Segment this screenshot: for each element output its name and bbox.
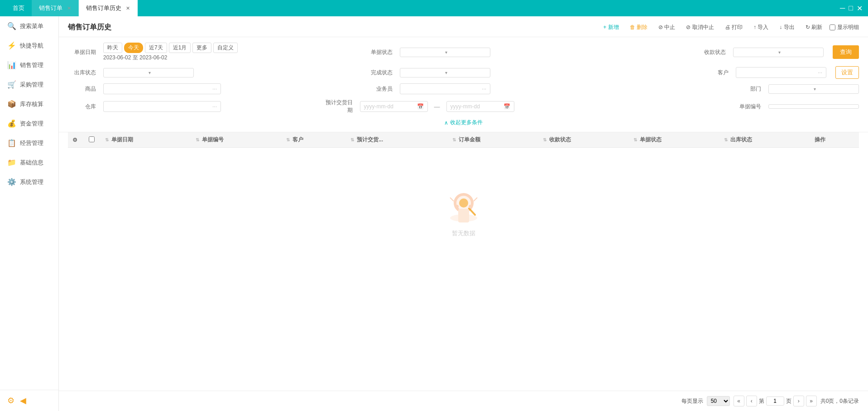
print-button[interactable]: 🖨 打印 — [721, 22, 746, 33]
query-button[interactable]: 查询 — [833, 45, 859, 59]
chevron-up-icon: ∧ — [444, 120, 448, 126]
tab-sales-order-history-label: 销售订单历史 — [86, 4, 121, 12]
receipt-status-select[interactable]: ▾ — [733, 48, 824, 57]
tab-sales-order-history[interactable]: 销售订单历史 ✕ — [79, 0, 138, 16]
date-btn-7days[interactable]: 近7天 — [145, 43, 167, 53]
display-detail-checkbox[interactable] — [830, 24, 835, 30]
empty-state: 暂无数据 — [68, 148, 859, 274]
window-max-icon[interactable]: □ — [849, 4, 853, 12]
delivery-status-arrow-icon: ▾ — [149, 70, 190, 75]
quick-nav-icon: ⚡ — [7, 41, 16, 50]
th-receipt-status[interactable]: ⇅ 收款状态 — [538, 132, 629, 148]
stop-button[interactable]: ⊘ 中止 — [655, 22, 679, 33]
last-page-button[interactable]: » — [806, 396, 817, 406]
th-delivery-status[interactable]: ⇅ 出库状态 — [719, 132, 810, 148]
sort-icon-customer: ⇅ — [286, 137, 290, 142]
sidebar-item-ops-mgmt[interactable]: 📋 经营管理 — [0, 133, 58, 153]
voucher-number-label: 单据编号 — [733, 103, 765, 111]
th-voucher-date[interactable]: ⇅ 单据日期 — [101, 132, 191, 148]
date-btn-custom[interactable]: 自定义 — [213, 43, 238, 53]
salesperson-input[interactable]: ··· — [400, 83, 490, 94]
date-range-btns: 昨天 今天 近7天 近1月 更多 自定义 — [103, 43, 238, 53]
page-number-input[interactable] — [766, 396, 784, 406]
cancel-stop-button[interactable]: ⊘ 取消中止 — [682, 22, 717, 33]
date-btn-yesterday[interactable]: 昨天 — [103, 43, 122, 53]
next-page-button[interactable]: › — [793, 396, 804, 406]
tab-sales-order-history-close[interactable]: ✕ — [126, 5, 130, 11]
filter-col-voucher-number: 单据编号 — [645, 103, 859, 111]
svg-line-9 — [474, 198, 477, 201]
svg-line-4 — [469, 208, 475, 215]
tab-home[interactable]: 首页 — [5, 0, 32, 16]
refresh-button[interactable]: ↻ 刷新 — [802, 22, 826, 33]
export-button[interactable]: ↓ 导出 — [776, 22, 798, 33]
sidebar-item-search-menu-label: 搜索菜单 — [20, 22, 43, 30]
th-customer[interactable]: ⇅ 客户 — [282, 132, 346, 148]
department-select[interactable]: ▾ — [768, 84, 859, 94]
sort-icon-voucher-status: ⇅ — [633, 137, 637, 142]
prev-page-button[interactable]: ‹ — [746, 396, 757, 406]
delete-button[interactable]: 🗑 删除 — [626, 22, 651, 33]
tab-sales-order[interactable]: 销售订单 ✕ — [32, 0, 79, 16]
voucher-status-arrow-icon: ▾ — [445, 50, 486, 55]
new-button[interactable]: + 新增 — [599, 22, 622, 33]
th-gear[interactable]: ⚙ — [68, 132, 84, 148]
date-btn-today[interactable]: 今天 — [124, 43, 143, 53]
collapse-more-conditions[interactable]: ∧ 收起更多条件 — [68, 119, 859, 126]
select-all-checkbox[interactable] — [89, 136, 95, 142]
calendar-from-icon: 📅 — [417, 103, 424, 110]
filter-col-voucher-status: 单据状态 ▾ — [364, 48, 612, 57]
salesperson-dots-icon: ··· — [482, 86, 486, 92]
svg-point-3 — [459, 198, 468, 208]
filter-col-delivery-status: 出库状态 ▾ — [68, 68, 364, 77]
warehouse-input[interactable]: ··· — [103, 101, 221, 112]
customer-input[interactable]: ··· — [736, 67, 826, 78]
sidebar-item-sales-mgmt-label: 销售管理 — [20, 61, 43, 69]
sidebar-item-inventory[interactable]: 📦 库存核算 — [0, 94, 58, 114]
expected-delivery-to[interactable]: yyyy-mm-dd 📅 — [446, 101, 514, 112]
th-expected-delivery[interactable]: ⇅ 预计交货... — [346, 132, 448, 148]
delivery-status-select[interactable]: ▾ — [103, 68, 194, 77]
import-button[interactable]: ↑ 导入 — [750, 22, 772, 33]
display-detail-checkbox-label: 显示明细 — [830, 24, 859, 31]
sort-icon-expected-delivery: ⇅ — [350, 137, 354, 142]
settings-button[interactable]: 设置 — [835, 66, 859, 79]
filter-col-receipt-status: 收款状态 ▾ 查询 — [612, 45, 859, 59]
th-voucher-date-label: 单据日期 — [111, 136, 133, 144]
sidebar-collapse-icon[interactable]: ◀ — [20, 396, 26, 406]
th-voucher-no[interactable]: ⇅ 单据编号 — [191, 132, 282, 148]
receipt-status-label: 收款状态 — [698, 48, 729, 56]
window-close-icon[interactable]: ✕ — [857, 4, 863, 13]
th-checkbox[interactable] — [84, 132, 101, 148]
goods-input[interactable]: ··· — [103, 83, 221, 94]
sidebar-item-basic-info[interactable]: 📁 基础信息 — [0, 153, 58, 172]
th-actions-label: 操作 — [815, 136, 825, 143]
expected-delivery-from[interactable]: yyyy-mm-dd 📅 — [360, 101, 428, 112]
window-min-icon[interactable]: ─ — [840, 4, 845, 12]
th-order-amount[interactable]: ⇅ 订单金额 — [448, 132, 538, 148]
date-btn-more[interactable]: 更多 — [192, 43, 211, 53]
th-receipt-status-label: 收款状态 — [549, 136, 571, 144]
tab-sales-order-close[interactable]: ✕ — [67, 5, 71, 11]
voucher-number-input[interactable] — [768, 104, 859, 109]
sidebar-item-inventory-label: 库存核算 — [20, 100, 43, 108]
sidebar-item-sales-mgmt[interactable]: 📊 销售管理 — [0, 55, 58, 75]
sidebar-item-purchase-mgmt[interactable]: 🛒 采购管理 — [0, 75, 58, 94]
first-page-button[interactable]: « — [734, 396, 744, 406]
sidebar-bottom: ⚙ ◀ — [0, 390, 58, 411]
voucher-status-select[interactable]: ▾ — [400, 48, 490, 57]
completion-status-select[interactable]: ▾ — [400, 68, 490, 77]
sidebar-item-quick-nav[interactable]: ⚡ 快捷导航 — [0, 36, 58, 55]
date-btn-1month[interactable]: 近1月 — [169, 43, 191, 53]
filter-col-customer: 客户 ··· 设置 — [612, 66, 859, 79]
page-size-select[interactable]: 50 10 20 100 — [707, 396, 730, 406]
sidebar-item-search-menu[interactable]: 🔍 搜索菜单 — [0, 16, 58, 36]
sidebar-item-sys-mgmt-label: 系统管理 — [20, 178, 43, 186]
sidebar-settings-icon[interactable]: ⚙ — [7, 396, 14, 406]
sidebar-item-sys-mgmt[interactable]: ⚙️ 系统管理 — [0, 172, 58, 192]
sidebar-item-capital-mgmt[interactable]: 💰 资金管理 — [0, 114, 58, 133]
sales-mgmt-icon: 📊 — [7, 61, 16, 69]
filter-row-4: 仓库 ··· 预计交货日期 yyyy-mm-dd 📅 — yyyy-mm-dd … — [68, 99, 859, 114]
date-range-text: 2023-06-02 至 2023-06-02 — [103, 54, 238, 62]
th-voucher-status[interactable]: ⇅ 单据状态 — [629, 132, 719, 148]
